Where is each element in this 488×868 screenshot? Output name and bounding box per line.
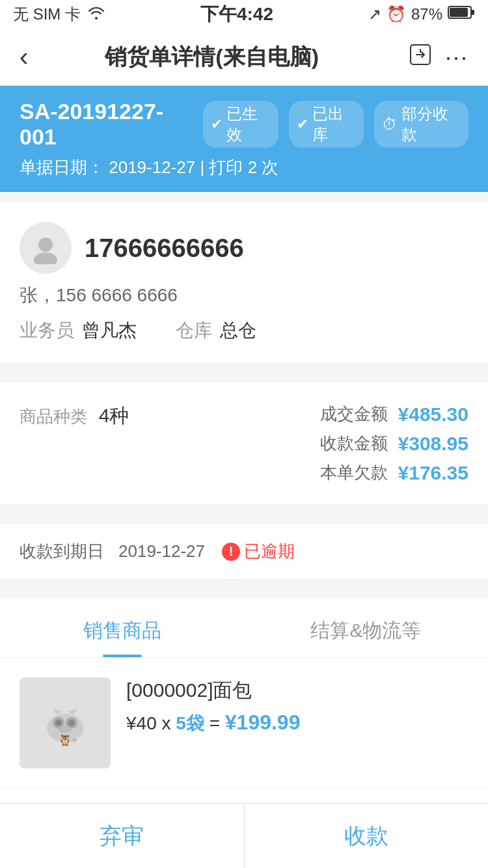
status-badge-shipped: ✔ 已出库 bbox=[289, 101, 364, 148]
tab-settlement[interactable]: 结算&物流等 bbox=[244, 599, 488, 657]
confirm-button[interactable]: 收款 bbox=[245, 804, 489, 868]
received-amount-item: 收款金额 ¥308.95 bbox=[320, 432, 468, 455]
svg-rect-1 bbox=[471, 10, 474, 15]
product-type-label: 商品种类 bbox=[20, 407, 87, 426]
stats-left: 商品种类 4种 bbox=[20, 403, 129, 429]
check-icon-1: ✔ bbox=[211, 116, 223, 133]
due-date-label: 收款到期日 bbox=[20, 540, 104, 563]
received-amount-value: ¥308.95 bbox=[398, 433, 468, 455]
stats-section: 商品种类 4种 成交金额 ¥485.30 收款金额 ¥308.95 本单欠款 ¥… bbox=[0, 383, 488, 504]
divider-1 bbox=[0, 362, 488, 373]
check-icon-2: ✔ bbox=[297, 116, 308, 133]
product-price-1: ¥40 x 5袋 = ¥199.99 bbox=[126, 711, 468, 736]
product-total-1: ¥199.99 bbox=[225, 711, 301, 734]
customer-section: 17666666666 张，156 6666 6666 业务员 曾凡杰 仓库 总… bbox=[0, 202, 488, 362]
sales-rep-value: 曾凡杰 bbox=[82, 318, 137, 343]
product-type-value: 4种 bbox=[99, 405, 129, 426]
customer-phone: 张，156 6666 6666 bbox=[20, 283, 468, 308]
order-date-info: 单据日期： 2019-12-27 | 打印 2 次 bbox=[20, 156, 468, 179]
nav-bar: ‹ 销货单详情(来自电脑) ··· bbox=[0, 29, 488, 86]
order-banner: SA-20191227-001 ✔ 已生效 ✔ 已出库 ⏱ 部分收款 单据日期：… bbox=[0, 86, 488, 192]
customer-id: 17666666666 bbox=[85, 234, 244, 263]
customer-avatar bbox=[20, 222, 72, 274]
status-time: 下午4:42 bbox=[200, 2, 273, 27]
warehouse-value: 总仓 bbox=[220, 318, 256, 343]
tabs-section: 销售商品 结算&物流等 bbox=[0, 599, 488, 658]
status-left: 无 SIM 卡 bbox=[13, 4, 105, 25]
svg-text:🦉+: 🦉+ bbox=[59, 734, 77, 746]
product-qty-1: 5袋 bbox=[176, 713, 204, 733]
divider-2 bbox=[0, 504, 488, 514]
svg-point-10 bbox=[68, 720, 75, 726]
alarm-icon: ⏰ bbox=[386, 5, 406, 23]
product-thumb-1: 🦉+ bbox=[20, 677, 111, 768]
svg-point-11 bbox=[59, 726, 72, 733]
owed-amount-label: 本单欠款 bbox=[320, 461, 388, 484]
deal-amount-label: 成交金额 bbox=[320, 403, 388, 426]
deal-amount-value: ¥485.30 bbox=[398, 403, 468, 426]
tab-products[interactable]: 销售商品 bbox=[0, 599, 244, 657]
warehouse-item: 仓库 总仓 bbox=[176, 318, 256, 343]
tabs-row: 销售商品 结算&物流等 bbox=[0, 599, 488, 658]
battery-icon bbox=[448, 5, 475, 23]
status-badge-effective: ✔ 已生效 bbox=[203, 101, 278, 148]
product-placeholder-1: 🦉+ bbox=[20, 677, 111, 768]
due-date-value: 2019-12-27 bbox=[118, 541, 205, 562]
svg-rect-2 bbox=[450, 8, 468, 17]
cancel-button[interactable]: 弃审 bbox=[0, 804, 245, 868]
warehouse-label: 仓库 bbox=[176, 318, 212, 343]
order-id: SA-20191227-001 bbox=[20, 99, 193, 150]
owed-amount-item: 本单欠款 ¥176.35 bbox=[320, 461, 468, 484]
status-right: ↗ ⏰ 87% bbox=[368, 5, 475, 23]
overdue-dot-icon: ! bbox=[222, 543, 240, 561]
battery-level: 87% bbox=[411, 5, 442, 23]
overdue-text: 已逾期 bbox=[244, 540, 295, 563]
bottom-bar: 弃审 收款 bbox=[0, 803, 488, 868]
sim-status: 无 SIM 卡 bbox=[13, 4, 81, 25]
divider-3 bbox=[0, 578, 488, 589]
location-icon: ↗ bbox=[368, 5, 381, 23]
owed-amount-value: ¥176.35 bbox=[398, 462, 468, 484]
svg-point-9 bbox=[55, 720, 62, 726]
more-icon[interactable]: ··· bbox=[445, 44, 468, 71]
sales-rep-label: 业务员 bbox=[20, 318, 74, 343]
status-bar: 无 SIM 卡 下午4:42 ↗ ⏰ 87% bbox=[0, 0, 488, 29]
product-info-1: [0000002]面包 ¥40 x 5袋 = ¥199.99 bbox=[126, 677, 468, 736]
status-badge-partial: ⏱ 部分收款 bbox=[374, 101, 468, 148]
svg-point-4 bbox=[38, 237, 53, 252]
product-name-1: [0000002]面包 bbox=[126, 677, 468, 704]
clock-icon: ⏱ bbox=[382, 115, 398, 133]
stats-right: 成交金额 ¥485.30 收款金额 ¥308.95 本单欠款 ¥176.35 bbox=[320, 403, 468, 484]
overdue-badge: ! 已逾期 bbox=[222, 540, 295, 563]
due-date-section: 收款到期日 2019-12-27 ! 已逾期 bbox=[0, 524, 488, 578]
nav-actions: ··· bbox=[409, 43, 468, 72]
svg-point-5 bbox=[34, 252, 57, 264]
product-item-1: 🦉+ [0000002]面包 ¥40 x 5袋 = ¥199.99 bbox=[0, 658, 488, 789]
share-icon[interactable] bbox=[409, 43, 432, 72]
deal-amount-item: 成交金额 ¥485.30 bbox=[320, 403, 468, 426]
customer-meta: 业务员 曾凡杰 仓库 总仓 bbox=[20, 318, 468, 343]
wifi-icon bbox=[87, 5, 105, 23]
page-title: 销货单详情(来自电脑) bbox=[15, 42, 409, 72]
received-amount-label: 收款金额 bbox=[320, 432, 388, 455]
sales-rep-item: 业务员 曾凡杰 bbox=[20, 318, 137, 343]
